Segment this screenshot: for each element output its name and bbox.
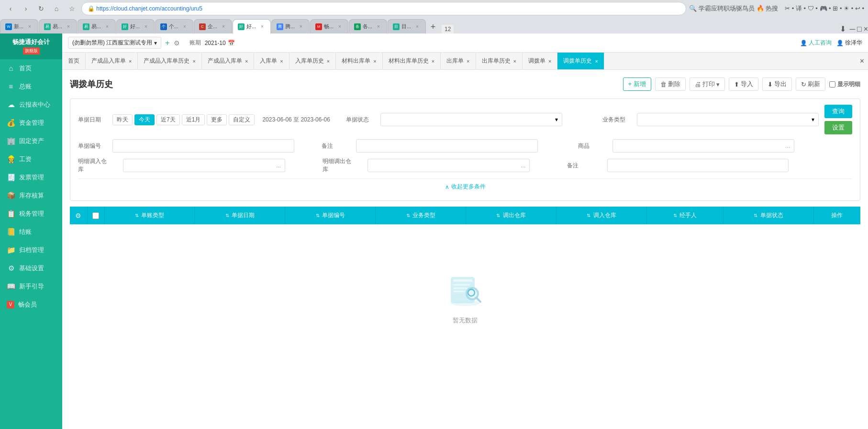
detail-out-dots-icon[interactable]: ... [521,162,525,169]
page-tab-close-11[interactable]: × [595,58,598,64]
add-company-button[interactable]: + [165,39,169,47]
table-header-date[interactable]: ⇅ 单据日期 [195,207,285,224]
detail-remark-input[interactable] [607,159,789,172]
delete-button[interactable]: 🗑 删除 [655,77,686,91]
close-all-tabs-button[interactable]: × [856,57,868,66]
tab-close-3[interactable]: × [104,23,111,30]
biz-type-filter-select[interactable]: ▾ [637,113,819,126]
sidebar-item-home[interactable]: ⌂ 首页 [0,59,62,77]
tab-close-2[interactable]: × [65,23,72,30]
sidebar-item-archive[interactable]: 📁 归档管理 [0,241,62,259]
page-tab-10[interactable]: 调拨单 × [523,53,557,70]
export-button[interactable]: ⬇ 导出 [762,77,792,91]
sidebar-item-cloud-reports[interactable]: ☁ 云报表中心 [0,96,62,114]
refresh-button[interactable]: ↻ [34,2,48,15]
table-header-handler[interactable]: ⇅ 经手人 [646,207,723,224]
table-header-in-warehouse[interactable]: ⇅ 调入仓库 [556,207,647,224]
table-header-gear[interactable]: ⚙ [70,207,87,224]
page-tab-close-1[interactable]: × [129,58,132,64]
tab-close-8[interactable]: × [298,23,304,30]
date-btn-1month[interactable]: 近1月 [182,114,205,125]
browser-tab-6[interactable]: C 企... × [194,19,232,33]
minimize-icon[interactable]: ─ [850,25,855,33]
query-button[interactable]: 查询 [824,105,852,118]
detail-in-dots-icon[interactable]: ... [276,162,281,169]
page-tab-5[interactable]: 入库单历史 × [289,53,336,70]
tab-close-1[interactable]: × [26,23,33,30]
tab-close-10[interactable]: × [375,23,382,30]
browser-tab-9[interactable]: M 畅... × [310,19,348,33]
user-info[interactable]: 👤 徐泽华 [836,39,862,47]
browser-tab-10[interactable]: 各 各... × [349,19,387,33]
goods-dots-icon[interactable]: ... [785,143,790,149]
sidebar-item-inventory[interactable]: 📦 库存核算 [0,187,62,205]
display-toggle-checkbox[interactable] [829,81,835,88]
sidebar-item-fund-management[interactable]: 💰 资金管理 [0,114,62,132]
page-tab-6[interactable]: 材料出库单 × [336,53,382,70]
browser-tab-2[interactable]: 易 易... × [39,19,77,33]
remark-input[interactable] [356,139,538,153]
browser-tab-3[interactable]: 易 易... × [78,19,116,33]
new-tab-button[interactable]: + [426,20,440,33]
browser-tab-7[interactable]: 好 好... × [233,19,271,33]
detail-out-warehouse-field[interactable]: ... [367,159,530,172]
table-header-doc-num[interactable]: ⇅ 单据编号 [285,207,376,224]
back-button[interactable]: ‹ [4,2,17,15]
settings-gear-icon[interactable]: ⚙ [174,39,180,47]
collapse-conditions-button[interactable]: ∧ 收起更多条件 [78,178,852,195]
page-tab-home[interactable]: 首页 [62,53,86,70]
date-btn-more[interactable]: 更多 [207,114,227,125]
page-tab-close-3[interactable]: × [245,58,248,64]
detail-in-warehouse-field[interactable]: ... [123,159,285,172]
doc-num-input[interactable] [112,139,294,153]
sidebar-item-settings[interactable]: ⚙ 基础设置 [0,259,62,277]
sidebar-item-vip[interactable]: V 畅会员 [0,296,62,314]
page-tab-close-5[interactable]: × [327,58,330,64]
page-tab-close-7[interactable]: × [432,58,434,64]
page-tab-2[interactable]: 产成品入库单历史 × [138,53,201,70]
browser-tab-4[interactable]: 好 好... × [116,19,155,33]
service-button[interactable]: 👤 人工咨询 [800,39,832,47]
tab-close-6[interactable]: × [220,23,227,30]
print-button[interactable]: 🖨 打印 ▾ [690,77,725,91]
table-header-status[interactable]: ⇅ 单据状态 [723,207,813,224]
period-selector[interactable]: 2021-10 📅 [205,40,235,46]
page-tab-3[interactable]: 产成品入库单 × [202,53,254,70]
browser-tab-5[interactable]: 个 个... × [155,19,193,33]
select-all-checkbox[interactable] [92,212,99,219]
tab-close-7[interactable]: × [259,23,266,30]
sidebar-item-invoice[interactable]: 🧾 发票管理 [0,168,62,187]
sidebar-item-fixed-assets[interactable]: 🏢 固定资产 [0,132,62,150]
tab-close-5[interactable]: × [181,23,188,30]
page-tab-close-4[interactable]: × [280,58,283,64]
page-tab-1[interactable]: 产成品入库单 × [86,53,138,70]
maximize-icon[interactable]: □ [857,25,862,33]
home-button[interactable]: ⌂ [50,2,63,15]
address-bar[interactable]: 🔒 https://cloud.chanjet.com/accounting/u… [81,2,686,15]
table-header-check[interactable] [87,207,104,224]
date-btn-7days[interactable]: 近7天 [156,114,180,125]
sidebar-item-guide[interactable]: 📖 新手引导 [0,277,62,296]
sidebar-item-closing[interactable]: 📒 结账 [0,223,62,241]
table-header-doc-type[interactable]: ⇅ 单账类型 [104,207,195,224]
page-tab-7[interactable]: 材料出库单历史 × [383,53,441,70]
browser-tab-11[interactable]: 目 目... × [388,19,426,33]
date-btn-custom[interactable]: 自定义 [229,114,255,125]
status-filter-select[interactable]: ▾ [380,113,562,126]
company-selector[interactable]: (勿删勿禁用) 江西服宝测试专用 ▾ [68,37,161,49]
page-tab-close-8[interactable]: × [467,58,469,64]
refresh-button[interactable]: ↻ 刷新 [796,77,825,91]
sidebar-item-salary[interactable]: 👷 工资 [0,150,62,168]
display-toggle[interactable]: 显示明细 [829,77,860,91]
page-tab-11[interactable]: 调拨单历史 × [557,53,604,70]
forward-button[interactable]: › [19,2,33,15]
table-header-biz-type[interactable]: ⇅ 业务类型 [376,207,466,224]
browser-tab-1[interactable]: W 新... × [0,19,38,33]
date-btn-yesterday[interactable]: 昨天 [112,114,133,125]
date-btn-today[interactable]: 今天 [134,114,155,125]
tab-close-11[interactable]: × [414,23,421,30]
downloads-icon[interactable]: ⬇ [840,24,846,33]
page-tab-close-9[interactable]: × [513,58,516,64]
sidebar-item-tax[interactable]: 📋 税务管理 [0,205,62,223]
page-tab-8[interactable]: 出库单 × [441,53,476,70]
